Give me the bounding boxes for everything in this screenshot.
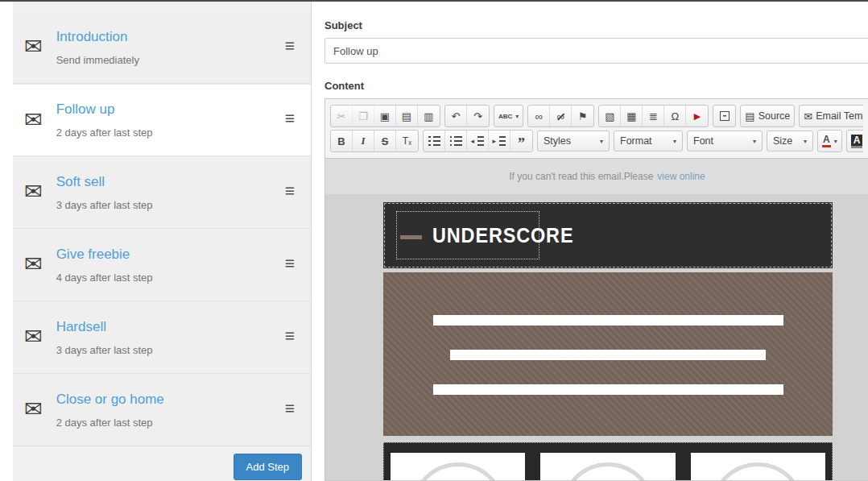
indent-button[interactable] [489,131,510,151]
italic-icon: I [361,135,365,147]
drag-handle-icon[interactable]: ≡ [285,254,295,273]
size-dropdown-label: Size [773,135,792,147]
drag-handle-icon[interactable]: ≡ [285,36,295,56]
format-dropdown[interactable]: Format ▾ [614,131,683,151]
font-dropdown-label: Font [693,135,713,147]
styles-dropdown[interactable]: Styles ▾ [537,131,610,151]
drag-handle-icon[interactable]: ≡ [285,399,295,418]
outdent-button[interactable] [467,131,489,151]
blockquote-button[interactable]: ” [510,131,532,151]
step-title-link[interactable]: Soft sell [56,174,153,190]
steps-sidebar: ✉ Introduction Send immediately ≡ ✉ Foll… [0,2,312,481]
editor-canvas[interactable]: If you can't read this email.Please view… [325,159,868,480]
email-preview[interactable]: UNDERSCORE [383,202,833,480]
editor-toolbar: ✂ ❐ ▣ ▤ ▥ ↶ ↷ ABC▾ ∞ ∞ [325,99,868,159]
special-char-button[interactable]: Ω [664,106,686,126]
bold-button[interactable]: B [331,131,353,151]
logo-region[interactable]: UNDERSCORE [396,211,539,259]
strikethrough-button[interactable]: S [374,131,396,151]
step-title-link[interactable]: Give freebie [56,247,153,263]
drag-handle-icon[interactable]: ≡ [285,181,295,201]
link-button[interactable]: ∞ [528,106,550,126]
horizontal-rule-button[interactable]: ≣ [643,106,664,126]
envelope-icon: ✉ [24,399,43,421]
feature-card [691,453,825,480]
rich-text-editor: ✂ ❐ ▣ ▤ ▥ ↶ ↷ ABC▾ ∞ ∞ [324,98,868,481]
step-item-close-or-go-home[interactable]: ✉ Close or go home 2 days after last ste… [13,374,311,446]
view-online-link[interactable]: view online [657,171,705,182]
step-subtitle: 2 days after last step [56,417,164,429]
copy-button[interactable]: ❐ [353,106,374,126]
undo-button[interactable]: ↶ [445,106,467,126]
step-item-hardsell[interactable]: ✉ Hardsell 3 days after last step ≡ [13,301,311,374]
remove-format-button[interactable]: Tₓ [396,131,418,151]
email-footer-block[interactable] [383,442,833,480]
step-subtitle: 4 days after last step [56,272,153,284]
text-placeholder-bar [433,315,783,326]
paste-as-text-button[interactable]: ▤ [396,106,418,126]
spellcheck-icon: ABC [498,113,512,120]
step-subtitle: 2 days after last step [56,126,153,139]
source-button[interactable]: ▤Source [741,106,794,126]
table-icon: ▦ [626,110,636,122]
flag-icon: ⚑ [578,110,588,122]
step-item-soft-sell[interactable]: ✉ Soft sell 3 days after last step ≡ [13,156,311,229]
envelope-icon: ✉ [24,254,43,276]
chevron-down-icon: ▾ [804,138,807,145]
unlink-icon: ∞ [557,110,564,122]
preheader-text: If you can't read this email.Please [509,171,653,182]
email-editor-panel: Subject Content ✂ ❐ ▣ ▤ ▥ ↶ ↷ [312,2,868,481]
badge-circle-icon [560,462,655,480]
table-button[interactable]: ▦ [621,106,643,126]
step-item-give-freebie[interactable]: ✉ Give freebie 4 days after last step ≡ [13,229,311,301]
step-title-link[interactable]: Introduction [56,29,139,45]
email-templates-button[interactable]: ✉Email Templates [800,106,863,126]
envelope-icon: ✉ [24,110,43,131]
badge-circle-icon [411,462,506,480]
unlink-button[interactable]: ∞ [550,106,572,126]
drag-handle-icon[interactable]: ≡ [285,326,295,346]
paste-icon: ▣ [380,110,390,122]
ordered-list-button[interactable] [424,131,445,151]
maximize-icon [720,111,730,121]
email-body-block[interactable] [383,272,833,436]
image-button[interactable]: ▧ [599,106,621,126]
source-label: Source [758,110,791,122]
redo-button[interactable]: ↷ [467,106,489,126]
italic-button[interactable]: I [353,131,374,151]
background-color-button[interactable]: A▾ [847,131,863,151]
horizontal-rule-icon: ≣ [649,110,658,122]
badge-circle-icon [710,462,805,480]
youtube-button[interactable]: ▶ [686,106,708,126]
step-item-introduction[interactable]: ✉ Introduction Send immediately ≡ [13,11,311,84]
envelope-icon: ✉ [24,326,43,348]
format-dropdown-label: Format [620,135,652,147]
bullet-list-button[interactable] [445,131,467,151]
step-title-link[interactable]: Close or go home [56,392,164,408]
step-item-follow-up[interactable]: ✉ Follow up 2 days after last step ≡ [13,84,311,156]
maximize-button[interactable] [713,106,735,126]
paste-button[interactable]: ▣ [374,106,396,126]
paste-from-word-button[interactable]: ▥ [418,106,440,126]
paste-as-text-icon: ▤ [402,110,411,122]
size-dropdown[interactable]: Size ▾ [767,131,813,151]
feature-card [540,453,675,480]
step-title-link[interactable]: Follow up [56,102,153,118]
chevron-down-icon: ▾ [673,138,676,145]
cut-button[interactable]: ✂ [331,106,353,126]
subject-label: Subject [324,19,868,31]
image-icon: ▧ [605,110,614,122]
add-step-button[interactable]: Add Step [234,454,303,480]
subject-input[interactable] [324,38,868,64]
toolbar-row-1: ✂ ❐ ▣ ▤ ▥ ↶ ↷ ABC▾ ∞ ∞ [330,105,863,127]
redo-icon: ↷ [473,110,482,122]
email-header-block[interactable]: UNDERSCORE [383,202,833,268]
source-icon: ▤ [745,110,754,122]
step-title-link[interactable]: Hardsell [56,319,153,335]
spellcheck-button[interactable]: ABC▾ [494,106,523,126]
font-dropdown[interactable]: Font ▾ [687,131,763,151]
anchor-button[interactable]: ⚑ [572,106,593,126]
text-color-button[interactable]: A▾ [818,131,841,151]
cut-icon: ✂ [337,110,346,122]
drag-handle-icon[interactable]: ≡ [285,109,295,128]
